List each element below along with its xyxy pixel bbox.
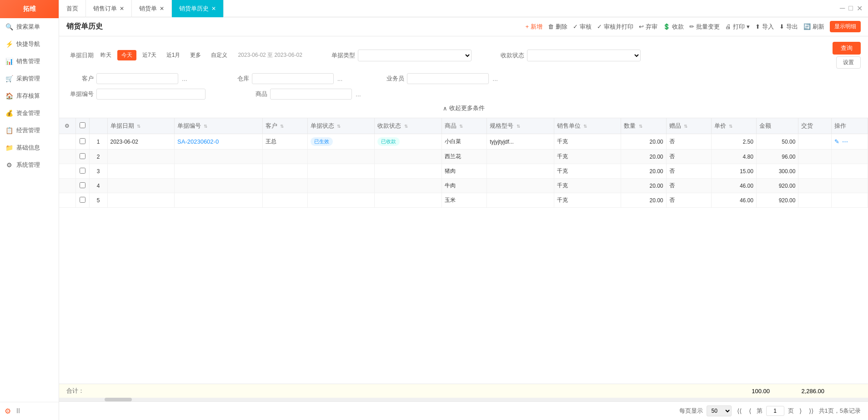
date-range-value: 2023-06-02 至 2023-06-02 bbox=[238, 51, 302, 59]
tab-sales-order[interactable]: 销售订单 ✕ bbox=[86, 0, 132, 17]
row-gift-cell: 否 bbox=[666, 164, 711, 179]
row-checkbox[interactable] bbox=[80, 168, 85, 174]
date-btn-yesterday[interactable]: 昨天 bbox=[96, 50, 115, 60]
minimize-btn[interactable]: ─ bbox=[840, 4, 845, 13]
page-label: 第 bbox=[757, 407, 763, 415]
select-all-checkbox[interactable] bbox=[80, 122, 85, 128]
col-date-header[interactable]: 单据日期 ⇅ bbox=[107, 118, 175, 134]
row-ops-cell bbox=[831, 150, 868, 164]
col-gear-header[interactable]: ⚙ bbox=[59, 118, 75, 134]
row-checkbox[interactable] bbox=[80, 182, 85, 188]
col-qty-header[interactable]: 数量 ⇅ bbox=[621, 118, 666, 134]
edit-op-btn[interactable]: ✎ bbox=[834, 138, 839, 145]
row-customer-cell bbox=[262, 150, 307, 164]
import-button[interactable]: ⬆ 导入 bbox=[755, 23, 774, 31]
col-spec-header[interactable]: 规格型号 ⇅ bbox=[487, 118, 554, 134]
date-btn-more[interactable]: 更多 bbox=[186, 50, 205, 60]
goods-input[interactable] bbox=[270, 89, 352, 100]
sidebar-item-finance[interactable]: 💰 资金管理 bbox=[0, 105, 59, 122]
first-page-btn[interactable]: ⟨⟨ bbox=[735, 406, 743, 415]
last-page-btn[interactable]: ⟩⟩ bbox=[807, 406, 815, 415]
row-checkbox[interactable] bbox=[80, 153, 85, 159]
prev-page-btn[interactable]: ⟨ bbox=[747, 406, 753, 415]
row-checkbox[interactable] bbox=[80, 197, 85, 203]
row-check-cell[interactable] bbox=[75, 193, 89, 208]
warehouse-dots[interactable]: ... bbox=[337, 75, 343, 82]
sidebar-item-system[interactable]: ⚙ 系统管理 bbox=[0, 156, 59, 174]
sidebar-item-purchase[interactable]: 🛒 采购管理 bbox=[0, 70, 59, 87]
tab-home[interactable]: 首页 bbox=[59, 0, 86, 17]
sidebar-item-operations[interactable]: 📋 经营管理 bbox=[0, 122, 59, 139]
settings-button[interactable]: 设置 bbox=[836, 56, 861, 69]
more-op-btn[interactable]: ⋯ bbox=[842, 138, 848, 145]
export-button[interactable]: ⬇ 导出 bbox=[779, 23, 798, 31]
export-icon: ⬇ bbox=[779, 23, 784, 30]
approve-print-button[interactable]: ✓ 审核并打印 bbox=[597, 23, 633, 31]
salesperson-input[interactable] bbox=[407, 73, 489, 84]
tab-shipment-history-close[interactable]: ✕ bbox=[211, 5, 216, 12]
tab-shipment-history[interactable]: 销货单历史 ✕ bbox=[172, 0, 224, 17]
sidebar-item-quicknav[interactable]: ⚡ 快捷导航 bbox=[0, 35, 59, 53]
col-gift-header[interactable]: 赠品 ⇅ bbox=[666, 118, 711, 134]
revoke-button[interactable]: ↩ 弃审 bbox=[639, 23, 657, 31]
row-checkbox[interactable] bbox=[80, 138, 85, 144]
col-no-header[interactable]: 单据编号 ⇅ bbox=[175, 118, 263, 134]
refresh-button[interactable]: 🔄 刷新 bbox=[803, 23, 824, 31]
doc-no-input[interactable] bbox=[96, 89, 206, 100]
search-icon: 🔍 bbox=[5, 23, 13, 30]
display-detail-button[interactable]: 显示明细 bbox=[830, 21, 861, 32]
sidebar-settings-icon[interactable]: ⚙ bbox=[5, 407, 11, 415]
col-docstatus-header[interactable]: 单据状态 ⇅ bbox=[307, 118, 375, 134]
goods-dots[interactable]: ... bbox=[356, 90, 361, 98]
tab-shipment-close[interactable]: ✕ bbox=[160, 5, 164, 12]
per-page-select[interactable]: 50 100 bbox=[707, 405, 732, 416]
filter-row-2: 客户 ... 仓库 ... 业务员 ... bbox=[66, 73, 861, 84]
doc-type-select[interactable] bbox=[358, 50, 472, 61]
collect-button[interactable]: 💲 收款 bbox=[663, 23, 684, 31]
pay-status-select[interactable] bbox=[527, 50, 641, 61]
row-check-cell[interactable] bbox=[75, 179, 89, 193]
sidebar-item-basic[interactable]: 📁 基础信息 bbox=[0, 139, 59, 156]
next-page-btn[interactable]: ⟩ bbox=[798, 406, 803, 415]
new-button[interactable]: + 新增 bbox=[525, 23, 542, 31]
col-goods-header[interactable]: 商品 ⇅ bbox=[442, 118, 487, 134]
horizontal-scrollbar[interactable] bbox=[59, 398, 868, 401]
col-paystatus-header[interactable]: 收款状态 ⇅ bbox=[375, 118, 442, 134]
sidebar-item-search[interactable]: 🔍 搜索菜单 bbox=[0, 18, 59, 35]
sidebar-collapse-icon[interactable]: ⏸ bbox=[15, 407, 22, 415]
row-amount-cell: 920.00 bbox=[756, 193, 798, 208]
col-unit-header[interactable]: 销售单位 ⇅ bbox=[554, 118, 621, 134]
sidebar-bottom: ⚙ ⏸ bbox=[0, 402, 59, 420]
row-check-cell[interactable] bbox=[75, 150, 89, 164]
customer-dots[interactable]: ... bbox=[182, 75, 187, 82]
date-btn-7days[interactable]: 近7天 bbox=[138, 50, 161, 60]
tab-sales-order-close[interactable]: ✕ bbox=[120, 5, 124, 12]
row-check-cell[interactable] bbox=[75, 134, 89, 150]
sidebar-item-inventory[interactable]: 🏠 库存核算 bbox=[0, 87, 59, 105]
approve-button[interactable]: ✓ 审核 bbox=[573, 23, 592, 31]
collapse-button[interactable]: ∧ 收起更多条件 bbox=[66, 104, 861, 112]
date-btn-custom[interactable]: 自定义 bbox=[207, 50, 231, 60]
col-customer-header[interactable]: 客户 ⇅ bbox=[262, 118, 307, 134]
warehouse-input[interactable] bbox=[252, 73, 334, 84]
delete-button[interactable]: 🗑 删除 bbox=[548, 23, 567, 31]
page-number-input[interactable]: 1 bbox=[766, 406, 784, 416]
sort-customer-icon: ⇅ bbox=[280, 124, 284, 129]
doc-no-link[interactable]: SA-20230602-0 bbox=[177, 138, 219, 145]
maximize-btn[interactable]: □ bbox=[848, 4, 853, 13]
tab-shipment[interactable]: 销货单 ✕ bbox=[132, 0, 172, 17]
search-button[interactable]: 查询 bbox=[833, 42, 861, 55]
date-btn-1month[interactable]: 近1月 bbox=[162, 50, 185, 60]
print-button[interactable]: 🖨 打印 ▾ bbox=[725, 23, 750, 31]
col-check-header[interactable] bbox=[75, 118, 89, 134]
close-btn[interactable]: ✕ bbox=[857, 4, 863, 13]
sidebar-item-sales[interactable]: 📊 销售管理 bbox=[0, 53, 59, 70]
date-btn-today[interactable]: 今天 bbox=[117, 50, 136, 60]
batch-change-button[interactable]: ✏ 批量变更 bbox=[689, 23, 720, 31]
salesperson-dots[interactable]: ... bbox=[492, 75, 498, 82]
customer-input[interactable] bbox=[96, 73, 178, 84]
row-check-cell[interactable] bbox=[75, 164, 89, 179]
col-price-header[interactable]: 单价 ⇅ bbox=[711, 118, 756, 134]
tab-sales-order-label: 销售订单 bbox=[93, 5, 117, 13]
scrollbar-thumb[interactable] bbox=[105, 398, 132, 401]
